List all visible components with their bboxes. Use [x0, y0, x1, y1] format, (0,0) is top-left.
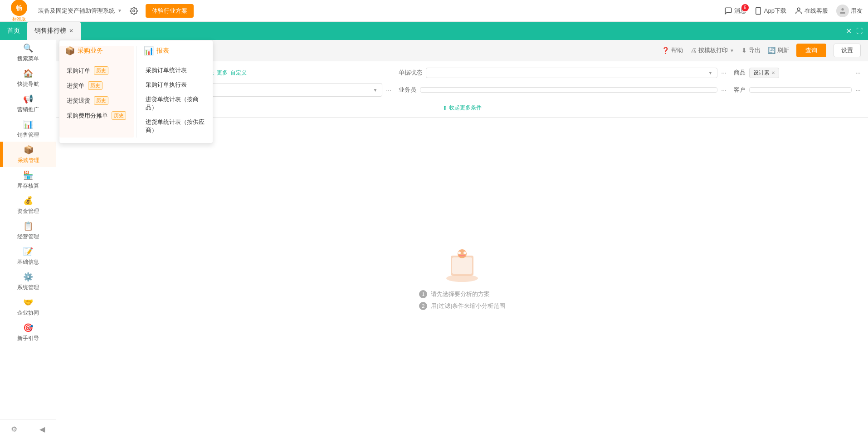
filter-settings-btn[interactable]: 设置	[834, 44, 861, 57]
print-label: 按模板打印	[698, 46, 728, 54]
empty-tips: 1 请先选择要分析的方案 2 用[过滤]条件来缩小分析范围	[419, 290, 505, 310]
help-icon: ❓	[662, 47, 669, 54]
search-icon: 🔍	[23, 43, 33, 53]
dropdown-item-incoming-stats-supplier-label: 进货单统计表（按供应商）	[146, 118, 206, 134]
refresh-btn[interactable]: 🔄 刷新	[768, 46, 789, 54]
date-quick-more[interactable]: 更多	[217, 69, 228, 77]
salesman-filter: 业务员 ···	[399, 86, 727, 94]
collapse-up-icon: ⬆	[443, 105, 447, 111]
date-quick-custom[interactable]: 自定义	[230, 69, 247, 77]
dropdown-item-incoming[interactable]: 进货单 历史	[65, 78, 129, 93]
operations-icon: 📋	[23, 221, 33, 231]
dropdown-item-incoming-stats-goods-label: 进货单统计表（按商品）	[146, 95, 206, 112]
message-btn[interactable]: 消息 6	[724, 7, 746, 15]
sidebar: 🔍 搜索菜单 🏠 快捷导航 📢 营销推广 📊 销售管理 📦	[0, 40, 56, 439]
dropdown-col-purchase: 📦 采购业务 采购订单 历史 进货单 历史 进货退货 历史 采购费用分摊单	[59, 46, 134, 138]
inventory-icon: 🏪	[23, 170, 33, 180]
dropdown-item-order-stats-label: 采购订单统计表	[146, 66, 187, 74]
dropdown-col-purchase-title: 📦 采购业务	[65, 46, 129, 59]
app-download-btn[interactable]: App下载	[754, 7, 786, 15]
marketing-icon: 📢	[23, 94, 33, 104]
dropdown-col-report-title: 📊 报表	[144, 46, 208, 59]
sidebar-item-purchase[interactable]: 📦 采购管理	[0, 142, 56, 167]
dropdown-item-order-exec[interactable]: 采购订单执行表	[144, 78, 208, 92]
sidebar-item-purchase-label: 采购管理	[18, 157, 39, 164]
dropdown-col-report: 📊 报表 采购订单统计表 采购订单执行表 进货单统计表（按商品） 进货单统计表（…	[138, 46, 213, 138]
dropdown-item-purchase-order-label: 采购订单	[67, 67, 90, 75]
sidebar-item-nav[interactable]: 🏠 快捷导航	[0, 65, 56, 91]
online-service-label: 在线客服	[805, 7, 828, 15]
dropdown-item-order-stats[interactable]: 采购订单统计表	[144, 63, 208, 78]
tab-sales-ranking[interactable]: 销售排行榜 ✕	[27, 22, 81, 40]
tab-home[interactable]: 首页	[0, 22, 27, 40]
tab-close-icon[interactable]: ✕	[69, 28, 73, 34]
customer-select[interactable]	[749, 87, 852, 93]
refresh-icon: 🔄	[768, 47, 775, 54]
sidebar-item-finance-label: 资金管理	[17, 207, 39, 215]
sidebar-item-basic[interactable]: 📝 基础信息	[0, 243, 56, 269]
message-badge: 6	[741, 4, 749, 11]
sidebar-item-search[interactable]: 🔍 搜索菜单	[0, 40, 56, 65]
dropdown-item-expense[interactable]: 采购费用分摊单 历史	[65, 108, 129, 123]
logo-area: 畅 标准版	[5, 0, 33, 22]
goods-more[interactable]: ···	[855, 69, 861, 76]
tab-close-btn[interactable]: ✕	[846, 27, 852, 35]
sidebar-item-collab-label: 企业协同	[17, 309, 39, 317]
svg-point-12	[463, 252, 466, 254]
svg-point-2	[133, 10, 135, 12]
dropdown-item-incoming-label: 进货单	[67, 82, 84, 90]
bill-status-select[interactable]: ▼	[426, 68, 717, 78]
rank-more[interactable]: ···	[386, 86, 391, 94]
industry-btn[interactable]: 体验行业方案	[146, 4, 194, 18]
settings-icon-btn[interactable]	[127, 5, 140, 17]
user-menu-btn[interactable]: 用友	[836, 5, 863, 17]
salesman-more[interactable]: ···	[721, 86, 727, 94]
tab-fullscreen-btn[interactable]: ⛶	[856, 27, 863, 35]
system-title-text: 装备及固定资产辅助管理系统	[38, 7, 115, 15]
system-title[interactable]: 装备及固定资产辅助管理系统 ▼	[38, 7, 122, 15]
history-badge-1: 历史	[94, 66, 108, 75]
purchase-dropdown-menu: 📦 采购业务 采购订单 历史 进货单 历史 进货退货 历史 采购费用分摊单	[59, 40, 213, 143]
goods-tag-close-icon[interactable]: ✕	[771, 70, 775, 75]
sidebar-item-marketing-label: 营销推广	[17, 106, 39, 113]
dropdown-divider	[136, 46, 137, 138]
customer-more[interactable]: ···	[855, 86, 861, 94]
history-badge-3: 历史	[94, 96, 108, 105]
dropdown-item-incoming-stats-goods[interactable]: 进货单统计表（按商品）	[144, 92, 208, 115]
sidebar-collapse-btn[interactable]: ◀	[39, 425, 45, 434]
user-name: 用友	[851, 7, 863, 15]
purchase-icon: 📦	[24, 145, 34, 155]
dropdown-item-order-exec-label: 采购订单执行表	[146, 81, 187, 89]
sidebar-item-operations[interactable]: 📋 经营管理	[0, 218, 56, 243]
dropdown-item-return[interactable]: 进货退货 历史	[65, 93, 129, 108]
query-btn[interactable]: 查询	[796, 44, 826, 57]
sidebar-item-collab[interactable]: 🤝 企业协同	[0, 294, 56, 320]
sidebar-settings-btn[interactable]: ⚙	[11, 425, 17, 434]
bill-status-more[interactable]: ···	[721, 69, 727, 76]
tab-home-label: 首页	[7, 27, 20, 35]
history-badge-4: 历史	[112, 111, 126, 120]
chevron-down-bill-icon: ▼	[708, 70, 712, 75]
sidebar-item-guide[interactable]: 🎯 新手引导	[0, 320, 56, 345]
sidebar-item-inventory[interactable]: 🏪 库存核算	[0, 167, 56, 192]
empty-tip-2-text: 用[过滤]条件来缩小分析范围	[431, 302, 505, 310]
sidebar-item-finance[interactable]: 💰 资金管理	[0, 192, 56, 218]
help-btn[interactable]: ❓ 帮助	[662, 46, 683, 54]
sidebar-item-system[interactable]: ⚙️ 系统管理	[0, 269, 56, 294]
dropdown-item-purchase-order[interactable]: 采购订单 历史	[65, 63, 129, 78]
dropdown-item-incoming-stats-supplier[interactable]: 进货单统计表（按供应商）	[144, 115, 208, 138]
export-btn[interactable]: ⬇ 导出	[741, 46, 761, 54]
sidebar-item-nav-label: 快捷导航	[17, 80, 39, 88]
collapse-btn[interactable]: ⬆ 收起更多条件	[443, 104, 482, 112]
salesman-select[interactable]	[420, 87, 717, 93]
refresh-label: 刷新	[777, 46, 789, 54]
sidebar-item-sales[interactable]: 📊 销售管理	[0, 116, 56, 142]
sidebar-item-basic-label: 基础信息	[17, 258, 39, 266]
svg-point-11	[458, 252, 461, 254]
online-service-btn[interactable]: 在线客服	[795, 7, 828, 15]
sidebar-item-marketing[interactable]: 📢 营销推广	[0, 91, 56, 116]
goods-tag: 设计素 ✕	[749, 68, 779, 78]
tab-bar: 首页 销售排行榜 ✕ ✕ ⛶	[0, 22, 868, 40]
print-btn[interactable]: 🖨 按模板打印 ▼	[690, 46, 734, 54]
sidebar-item-system-label: 系统管理	[17, 284, 39, 291]
